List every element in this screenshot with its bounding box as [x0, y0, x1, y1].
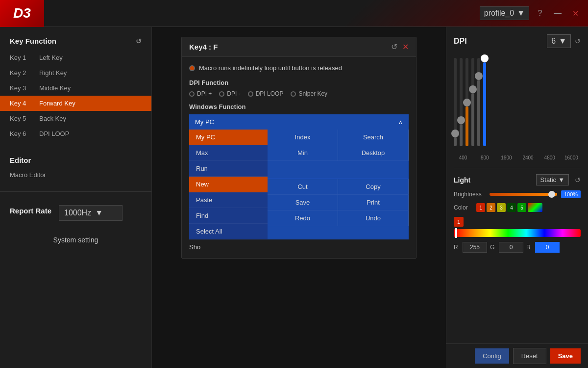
brightness-slider[interactable] [490, 193, 557, 196]
key-function-title: Key Function [10, 37, 56, 45]
header: D3 profile_0 ▼ ? — ✕ [0, 0, 588, 27]
main-center: Key4 : F ↺ ✕ Macro runs indefinitely loo… [152, 27, 446, 368]
macro-editor-button[interactable]: Macro Editor [10, 169, 142, 181]
windows-item-print[interactable]: Print [338, 195, 409, 210]
help-button[interactable]: ? [533, 6, 547, 20]
sidebar-item-key5[interactable]: Key 5 Back Key [0, 111, 151, 126]
key4-function: Forward Key [39, 100, 75, 107]
light-reset-icon[interactable]: ↺ [575, 176, 581, 184]
dpi-track-2400[interactable] [471, 58, 474, 146]
windows-spacer [268, 161, 409, 179]
dpi-loop-label: DPI LOOP [256, 90, 284, 97]
sidebar-item-key2[interactable]: Key 2 Right Key [0, 65, 151, 80]
macro-radio-dot[interactable] [189, 65, 195, 71]
dpi-track-400[interactable] [454, 58, 457, 146]
dpi-reset-icon[interactable]: ↺ [575, 37, 581, 45]
dpi-slider-1600 [466, 58, 468, 146]
dpi-label-1600: 1600 [499, 155, 514, 160]
dialog: Key4 : F ↺ ✕ Macro runs indefinitely loo… [181, 37, 416, 259]
key-function-refresh-icon[interactable]: ↺ [136, 37, 142, 45]
windows-row4: Cut Copy [268, 179, 409, 195]
report-rate-chevron-icon: ▼ [95, 209, 103, 217]
color-swatches: 1 2 3 4 5 [476, 203, 542, 212]
windows-item-cut[interactable]: Cut [268, 179, 338, 195]
windows-item-save[interactable]: Save [268, 195, 338, 210]
macro-loop-text: Macro runs indefinitely loop until butto… [199, 64, 342, 72]
dpi-track-4800[interactable] [477, 58, 480, 146]
color-swatch-5[interactable]: 5 [517, 203, 526, 212]
dpi-track-16000[interactable] [483, 58, 486, 146]
windows-item-max[interactable]: Max [189, 145, 268, 161]
app-close-button[interactable]: ✕ [568, 6, 582, 20]
r-input[interactable] [463, 242, 487, 253]
brightness-row: Brightness 100% [454, 190, 581, 198]
sidebar-item-key1[interactable]: Key 1 Left Key [0, 50, 151, 65]
key-function-section: Key Function ↺ [0, 37, 151, 50]
system-setting-button[interactable]: System setting [53, 236, 98, 244]
key-list: Key 1 Left Key Key 2 Right Key Key 3 Mid… [0, 50, 151, 141]
dpi-function-section: DPI Function DPI + DPI - DPI LOOP [189, 79, 409, 97]
color-swatch-2[interactable]: 2 [487, 203, 495, 212]
windows-item-search[interactable]: Search [338, 130, 409, 145]
windows-item-run[interactable]: Run [189, 161, 268, 177]
windows-item-new[interactable]: New [189, 177, 268, 192]
dpi-count-dropdown[interactable]: 6 ▼ [547, 34, 571, 48]
windows-item-paste[interactable]: Paste [189, 192, 268, 208]
windows-function-section: Windows Function My PC ∧ My PC Max Run [189, 103, 409, 239]
logo-text: D3 [13, 5, 31, 21]
reset-button[interactable]: Reset [513, 348, 546, 364]
system-setting-section: System setting [0, 228, 151, 252]
sidebar-item-key6[interactable]: Key 6 DPI LOOP [0, 126, 151, 141]
dpi-function-label: DPI Function [189, 79, 409, 86]
windows-sidebar: My PC Max Run New Paste Find Select All [189, 130, 268, 239]
windows-item-index[interactable]: Index [268, 130, 338, 145]
dpi-label-4800: 4800 [542, 155, 557, 160]
windows-menu: My PC Max Run New Paste Find Select All [189, 130, 409, 239]
right-panel: DPI 6 ▼ ↺ [446, 27, 588, 368]
dpi-option-sniper[interactable]: Sniper Key [291, 90, 327, 97]
minimize-button[interactable]: — [551, 6, 564, 20]
dpi-option-plus[interactable]: DPI + [189, 90, 212, 97]
windows-item-selectall[interactable]: Select All [189, 224, 268, 239]
dpi-option-loop[interactable]: DPI LOOP [248, 90, 284, 97]
config-button[interactable]: Config [475, 348, 509, 364]
report-rate-label: Report Rate [10, 207, 51, 215]
key6-label: Key 6 [10, 130, 39, 137]
app-logo: D3 [0, 0, 44, 27]
dialog-close-button[interactable]: ✕ [402, 42, 409, 52]
color-swatch-1[interactable]: 1 [476, 203, 485, 212]
macro-option: Macro runs indefinitely loop until butto… [189, 64, 409, 72]
color-swatch-4[interactable]: 4 [507, 203, 516, 212]
windows-item-redo[interactable]: Redo [268, 210, 338, 226]
brightness-thumb [548, 191, 555, 198]
g-label: G [490, 244, 496, 251]
windows-item-copy[interactable]: Copy [338, 179, 409, 195]
save-button[interactable]: Save [550, 348, 581, 364]
report-rate-dropdown[interactable]: 1000Hz ▼ [59, 205, 122, 221]
windows-dropdown-header[interactable]: My PC ∧ [189, 114, 409, 130]
light-mode-value: Static [540, 176, 557, 184]
dpi-track-1600[interactable] [466, 58, 468, 146]
windows-item-undo[interactable]: Undo [338, 210, 409, 226]
dialog-body: Macro runs indefinitely loop until butto… [182, 57, 416, 258]
dpi-sniper-label: Sniper Key [298, 90, 327, 97]
color-picker-bar[interactable] [454, 229, 581, 237]
dialog-refresh-button[interactable]: ↺ [391, 42, 397, 52]
g-input[interactable] [499, 242, 523, 253]
windows-item-find[interactable]: Find [189, 208, 268, 224]
profile-dropdown[interactable]: profile_0 ▼ [480, 6, 529, 20]
dpi-plus-radio [189, 91, 195, 97]
windows-right-cols: Index Search Min Desktop [268, 130, 409, 239]
windows-item-desktop[interactable]: Desktop [338, 145, 409, 161]
color-swatch-3[interactable]: 3 [497, 203, 506, 212]
light-mode-dropdown[interactable]: Static ▼ [536, 174, 569, 185]
dpi-track-800[interactable] [460, 58, 463, 146]
windows-item-min[interactable]: Min [268, 145, 338, 161]
color-swatch-gradient[interactable] [528, 203, 542, 212]
windows-item-mypc[interactable]: My PC [189, 130, 268, 145]
dpi-label-800: 800 [477, 155, 492, 160]
sidebar-item-key3[interactable]: Key 3 Middle Key [0, 80, 151, 96]
dpi-option-minus[interactable]: DPI - [219, 90, 240, 97]
b-input[interactable] [535, 242, 560, 253]
sidebar-item-key4[interactable]: Key 4 Forward Key [0, 96, 151, 111]
